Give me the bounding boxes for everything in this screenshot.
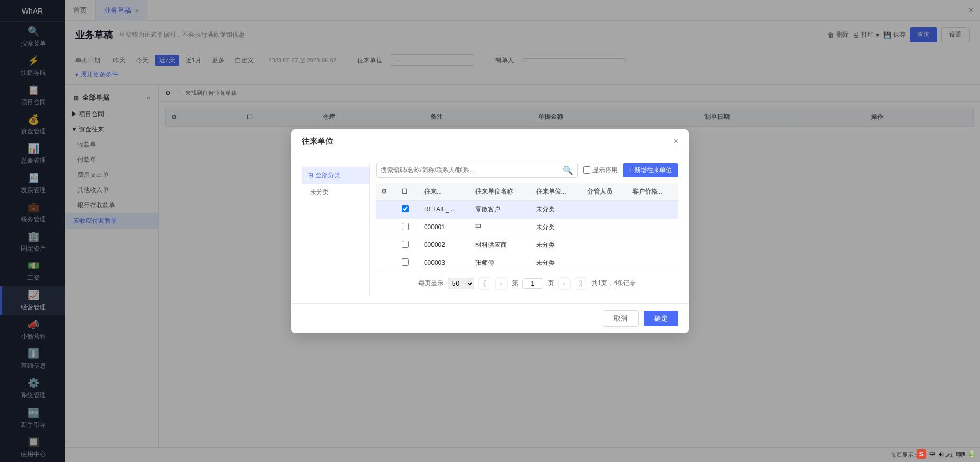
dialog-pagination: 每页显示 50 100 200 ⟪ ‹ 第 页 › ⟫ 共1页，4条记录 xyxy=(376,272,678,295)
brand-logo: S xyxy=(917,449,926,459)
first-page-button[interactable]: ⟪ xyxy=(478,277,491,290)
dialog-category-all[interactable]: ⊞ 全部分类 xyxy=(302,167,369,184)
row-checkbox[interactable] xyxy=(402,258,409,266)
total-label: 共1页，4条记录 xyxy=(591,279,636,288)
partner-col-category: 往来单位... xyxy=(531,183,582,201)
next-page-button[interactable]: › xyxy=(558,277,571,290)
brand-bar: S 中 ♦ 🎤 ⌨ 🔋 xyxy=(917,449,976,459)
partner-search-input[interactable] xyxy=(381,166,563,174)
table-row[interactable]: 000003 张师傅 未分类 xyxy=(376,254,678,272)
dialog-header: 往来单位 × xyxy=(291,129,689,154)
row-checkbox-cell[interactable] xyxy=(396,254,419,272)
row-checkbox[interactable] xyxy=(402,241,409,248)
partner-col-price: 客户价格... xyxy=(627,183,678,201)
row-category-cell: 未分类 xyxy=(531,236,582,254)
table-row[interactable]: 000002 材料供应商 未分类 xyxy=(376,236,678,254)
dialog-right-panel: 🔍 显示停用 + 新增往来单位 ⚙ ☐ xyxy=(370,163,678,295)
row-category-cell: 未分类 xyxy=(531,200,582,218)
row-category-cell: 未分类 xyxy=(531,254,582,272)
grid-small-icon: ⊞ xyxy=(308,172,313,179)
row-code-cell: RETAIL_... xyxy=(419,200,470,218)
row-checkbox[interactable] xyxy=(402,223,409,230)
confirm-button[interactable]: 确定 xyxy=(644,311,678,326)
row-category-cell: 未分类 xyxy=(531,218,582,236)
table-row[interactable]: RETAIL_... 零散客户 未分类 xyxy=(376,200,678,218)
brand-icon-3: 🎤 xyxy=(945,450,953,458)
row-checkbox-cell[interactable] xyxy=(396,200,419,218)
row-code-cell: 000002 xyxy=(419,236,470,254)
last-page-button[interactable]: ⟫ xyxy=(575,277,587,290)
partner-table-scroll: ⚙ ☐ 往来... 往来单位名称 往来单位... 分管人员 客户价格... xyxy=(376,183,678,272)
row-code-cell: 000001 xyxy=(419,218,470,236)
row-price-cell xyxy=(627,200,678,218)
row-code-cell: 000003 xyxy=(419,254,470,272)
per-page-label: 每页显示 xyxy=(418,279,443,288)
show-disabled-checkbox[interactable]: 显示停用 xyxy=(583,166,618,175)
partner-table: ⚙ ☐ 往来... 往来单位名称 往来单位... 分管人员 客户价格... xyxy=(376,183,678,272)
partner-col-settings: ⚙ xyxy=(376,183,396,201)
partner-search-wrap[interactable]: 🔍 xyxy=(376,163,578,178)
brand-icon-5: 🔋 xyxy=(968,450,976,458)
dialog-body: ⊞ 全部分类 未分类 🔍 显示停用 + 新增往来单位 xyxy=(291,154,689,303)
partner-dialog: 往来单位 × ⊞ 全部分类 未分类 🔍 xyxy=(291,129,689,333)
brand-icon-2: ♦ xyxy=(939,450,942,458)
cancel-button[interactable]: 取消 xyxy=(603,310,639,327)
row-salesperson-cell xyxy=(582,218,627,236)
row-settings-cell xyxy=(376,254,396,272)
row-price-cell xyxy=(627,236,678,254)
row-price-cell xyxy=(627,218,678,236)
row-checkbox-cell[interactable] xyxy=(396,218,419,236)
brand-icon-1: 中 xyxy=(929,450,936,459)
row-settings-cell xyxy=(376,200,396,218)
row-name-cell: 材料供应商 xyxy=(470,236,531,254)
table-row[interactable]: 000001 甲 未分类 xyxy=(376,218,678,236)
row-checkbox[interactable] xyxy=(402,205,409,212)
partner-col-code: 往来... xyxy=(419,183,470,201)
prev-page-button[interactable]: ‹ xyxy=(495,277,508,290)
dialog-category-unclassified[interactable]: 未分类 xyxy=(302,184,369,200)
dialog-search-bar: 🔍 显示停用 + 新增往来单位 xyxy=(376,163,678,178)
dialog-footer: 取消 确定 xyxy=(291,303,689,333)
partner-col-name: 往来单位名称 xyxy=(470,183,531,201)
row-checkbox-cell[interactable] xyxy=(396,236,419,254)
row-salesperson-cell xyxy=(582,254,627,272)
dialog-left-panel: ⊞ 全部分类 未分类 xyxy=(302,163,370,295)
row-name-cell: 甲 xyxy=(470,218,531,236)
show-disabled-input[interactable] xyxy=(583,166,590,174)
partner-col-salesperson: 分管人员 xyxy=(582,183,627,201)
row-salesperson-cell xyxy=(582,236,627,254)
search-icon: 🔍 xyxy=(563,165,573,175)
page-suffix: 页 xyxy=(548,279,554,288)
dialog-inner: ⊞ 全部分类 未分类 🔍 显示停用 + 新增往来单位 xyxy=(302,163,678,295)
brand-icon-4: ⌨ xyxy=(956,450,965,458)
dialog-title: 往来单位 xyxy=(302,137,333,147)
row-name-cell: 零散客户 xyxy=(470,200,531,218)
row-salesperson-cell xyxy=(582,200,627,218)
row-settings-cell xyxy=(376,236,396,254)
partner-col-checkbox: ☐ xyxy=(396,183,419,201)
dialog-close-button[interactable]: × xyxy=(674,137,678,146)
per-page-select[interactable]: 50 100 200 xyxy=(448,278,474,289)
add-partner-button[interactable]: + 新增往来单位 xyxy=(623,163,678,177)
row-name-cell: 张师傅 xyxy=(470,254,531,272)
row-settings-cell xyxy=(376,218,396,236)
page-label: 第 xyxy=(512,279,518,288)
page-input[interactable] xyxy=(522,278,543,289)
row-price-cell xyxy=(627,254,678,272)
